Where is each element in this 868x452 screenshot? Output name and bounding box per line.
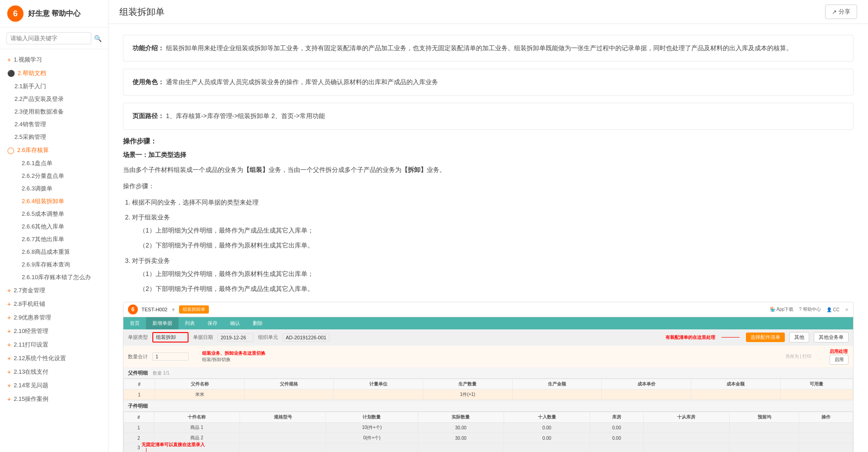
mock-top-table: # 父件名称 父件规格 计量单位 生产数量 生产金额 成本单价 成本金额 可用量	[123, 379, 853, 400]
top-bar: 组装拆卸单 ↗ 分享	[108, 0, 868, 24]
sidebar-item-helpdoc[interactable]: ⚫ 2.帮助文档	[0, 67, 108, 80]
mock-summary-row: 数量合计 1 组装业务、拆卸业务在这里切换 组装/拆卸切换 另存为 | 打印 启…	[123, 346, 853, 368]
sidebar-item-stockcheck[interactable]: 2.6.1盘点单	[0, 157, 108, 170]
sidebar-item-adjust[interactable]: 2.6.3调拨单	[0, 182, 108, 195]
scene1-title: 场景一：加工类型选择	[123, 151, 854, 159]
screenshot-container: 6 TEST-H002 ▼ 组装拆卸单 🏪 App下载 ? 帮助中心 👤 CC …	[123, 302, 854, 452]
step-2-sub-1: （1）上部明细为父件明细，最终作为产成品生成其它入库单；	[139, 225, 854, 236]
logo-icon: 6	[7, 5, 24, 22]
sidebar-item-print[interactable]: + 2.11打印设置	[0, 338, 108, 352]
func-intro-box: 功能介绍： 组装拆卸单用来处理企业组装或拆卸等加工业务，支持有固定装配清单的产品…	[123, 35, 854, 62]
sidebar-item-otherout[interactable]: 2.6.7其他出库单	[0, 233, 108, 246]
sidebar-item-assembly[interactable]: 2.6.4组装拆卸单	[0, 195, 108, 208]
step-1: 根据不同的业务，选择不同单据的类型来处理	[132, 197, 854, 208]
nav-list: + 1.视频学习 ⚫ 2.帮助文档 2.1新手入门 2.2产品安装及登录 2.3…	[0, 49, 108, 452]
content-area: 功能介绍： 组装拆卸单用来处理企业组装或拆卸等加工业务，支持有固定装配清单的产品…	[108, 24, 868, 452]
table-row: 2 商品 2 0(件+个) 30.00 0.00 0.00	[124, 433, 853, 443]
annotation-line-direct	[146, 448, 205, 452]
toolbar-confirm[interactable]: 确认	[224, 317, 246, 329]
mock-header-right: 🏪 App下载 ? 帮助中心 👤 CC ✕	[770, 306, 849, 313]
step-2: 对于组装业务 （1）上部明细为父件明细，最终作为产成品生成其它入库单； （2）下…	[132, 212, 854, 252]
step-3: 对于拆卖业务 （1）上部明细为父件明细，最终作为原材料生成其它出库单； （2）下…	[132, 255, 854, 295]
step-2-sub-2: （2）下部明细为子件明细，最终作为原材料生成其它出库单。	[139, 240, 854, 251]
sidebar-item-goodscost[interactable]: 2.6.8商品成本重算	[0, 246, 108, 258]
scene1-desc: 当由多个子件材料组装成一个成品的业务为【组装】业务，当由一个父件拆分成多个子产品…	[123, 164, 854, 176]
mock-close-icon[interactable]: ✕	[845, 307, 849, 312]
search-input[interactable]	[6, 32, 91, 44]
mock-user-icon: 👤 CC	[826, 307, 840, 312]
plus-icon: +	[7, 56, 11, 63]
page-title: 组装拆卸单	[119, 6, 165, 18]
sidebar-item-dataprep[interactable]: 2.3使用前数据准备	[0, 105, 108, 118]
mock-select-btn[interactable]: 选择配件清单	[746, 333, 785, 342]
annotation-switch: 组装业务、拆卸业务在这里切换	[202, 351, 265, 356]
minus-icon-2: ◯	[7, 147, 14, 154]
sidebar-item-fund[interactable]: + 2.7资金管理	[0, 284, 108, 297]
sidebar-item-partialcheck[interactable]: 2.6.2分量盘点单	[0, 170, 108, 182]
sidebar-item-onlinepay[interactable]: + 2.13在线支付	[0, 365, 108, 379]
sidebar-item-bizmgmt[interactable]: + 2.10经营管理	[0, 324, 108, 338]
mock-other-btn[interactable]: 其他	[789, 332, 809, 343]
toolbar-delete[interactable]: 删除	[246, 317, 269, 329]
table-row: 3	[124, 443, 853, 452]
toolbar-save[interactable]: 保存	[201, 317, 224, 329]
mock-qty-total: 1	[152, 352, 189, 361]
sidebar-item-coupon[interactable]: + 2.9优惠券管理	[0, 311, 108, 324]
mock-section-bottom: 子件明细	[123, 401, 853, 412]
step-3-sub-1: （1）上部明细为父件明细，最终作为原材料生成其它出库单；	[139, 268, 854, 280]
annotation-activate: 启用处理	[830, 349, 848, 354]
sidebar-item-sales[interactable]: 2.4销售管理	[0, 118, 108, 131]
sidebar-item-costadj[interactable]: 2.6.5成本调整单	[0, 208, 108, 220]
mock-activate-btn[interactable]: 启用	[830, 355, 849, 365]
path-intro-text: 1、库存核算->库存管理->组装拆卸单 2、首页->常用功能	[166, 112, 325, 119]
mock-form-row-1: 单据类型 组装拆卸 单据日期 2019-12-26 组织单元 AD-201912…	[123, 329, 853, 346]
annotation-line-1	[722, 337, 740, 338]
table-row: 1 米米 1件(+1)	[124, 390, 853, 400]
role-intro-box: 使用角色： 通常由生产人员或库管人员完成拆装业务的操作，库管人员确认原材料的出库…	[123, 69, 854, 95]
sidebar-item-faq[interactable]: + 2.14常见问题	[0, 379, 108, 392]
toolbar-list[interactable]: 列表	[179, 317, 201, 329]
sidebar-item-install[interactable]: 2.2产品安装及登录	[0, 93, 108, 105]
sidebar-item-custom[interactable]: + 2.12系统个性化设置	[0, 352, 108, 365]
func-intro-label: 功能介绍：	[132, 44, 164, 52]
mock-header-title: TEST-H002	[142, 307, 167, 312]
logo-text: 好生意 帮助中心	[28, 9, 80, 19]
search-icon[interactable]: 🔍	[94, 35, 102, 42]
ops-steps-label: 操作步骤：	[123, 180, 854, 192]
ops-title: 操作步骤：	[123, 137, 854, 146]
mock-org-field[interactable]: AD-20191226-001	[283, 333, 330, 342]
steps-list: 根据不同的业务，选择不同单据的类型来处理 对于组装业务 （1）上部明细为父件明细…	[123, 197, 854, 295]
sidebar-item-stockerror[interactable]: 2.6.10库存账本错了怎么办	[0, 271, 108, 284]
mock-other2-btn[interactable]: 其他业务单	[814, 332, 849, 343]
table-row: 1 商品 1 10(件+个) 30.00 0.00 0.00	[124, 423, 853, 433]
mock-top-table-wrapper: # 父件名称 父件规格 计量单位 生产数量 生产金额 成本单价 成本金额 可用量	[123, 379, 853, 400]
mock-section-top: 父件明细 数量 1/1	[123, 368, 853, 379]
mock-help-icon: ? 帮助中心	[799, 306, 821, 313]
sidebar-item-video-label: 1.视频学习	[14, 56, 42, 64]
search-box: 🔍	[0, 28, 108, 49]
share-button[interactable]: ↗ 分享	[825, 5, 857, 19]
sidebar-item-inventory-label: 2.6库存核算	[17, 146, 49, 154]
mock-date-field[interactable]: 2019-12-26	[217, 333, 254, 342]
sidebar-item-stockquery[interactable]: 2.6.9库存账本查询	[0, 258, 108, 271]
path-intro-label: 页面路径：	[132, 112, 164, 119]
toolbar-home[interactable]: 首页	[123, 317, 146, 329]
sidebar-item-otherin[interactable]: 2.6.6其他入库单	[0, 220, 108, 233]
path-intro-box: 页面路径： 1、库存核算->库存管理->组装拆卸单 2、首页->常用功能	[123, 103, 854, 129]
mock-toolbar: 首页 新增单据 列表 保存 确认 删除	[123, 317, 853, 329]
minus-icon: ⚫	[7, 70, 15, 77]
mock-new-btn[interactable]: 组装拆卸单	[179, 305, 209, 314]
annotation-clearinglist: 有装配清单的在这里处理	[665, 334, 715, 341]
toolbar-add[interactable]: 新增单据	[146, 317, 179, 329]
sidebar-item-helpdoc-label: 2.帮助文档	[18, 69, 46, 77]
mock-bottom-table-wrapper: 无固定清单可以直接在这里录入 # 十件名称 规格型号 计划数量 实际数量 十入数…	[123, 412, 853, 452]
sidebar-item-inventory[interactable]: ◯ 2.6库存核算	[0, 143, 108, 157]
sidebar-item-video[interactable]: + 1.视频学习	[0, 53, 108, 67]
role-intro-label: 使用角色：	[132, 78, 164, 86]
sidebar-item-mobile[interactable]: + 2.8手机旺铺	[0, 297, 108, 311]
mock-type-field[interactable]: 组装拆卸	[152, 332, 189, 343]
sidebar: 6 好生意 帮助中心 🔍 + 1.视频学习 ⚫ 2.帮助文档 2.1新手入门 2…	[0, 0, 108, 452]
sidebar-item-cases[interactable]: + 2.15操作案例	[0, 392, 108, 406]
sidebar-item-purchase[interactable]: 2.5采购管理	[0, 131, 108, 143]
sidebar-item-newbie[interactable]: 2.1新手入门	[0, 80, 108, 93]
